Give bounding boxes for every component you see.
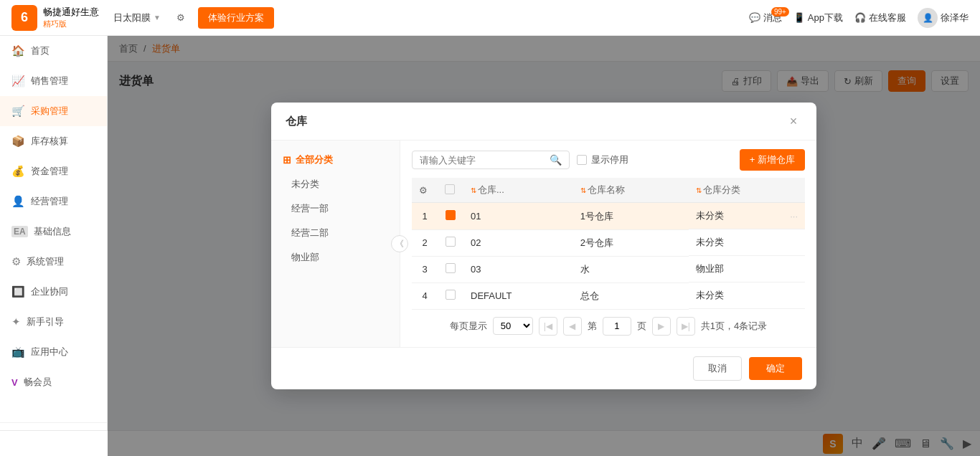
collapse-panel-btn[interactable]: 《 [391,235,408,252]
row-checkbox[interactable] [446,290,456,300]
message-btn[interactable]: 💬 消息 99+ [749,11,782,24]
page-prev-btn[interactable]: ◀ [563,317,582,336]
row-category: 未分类 [689,282,805,309]
sidebar-item-finance[interactable]: 💰 资金管理 [0,156,107,186]
sidebar-item-app-center[interactable]: 📺 应用中心 [0,337,107,367]
category-item-property[interactable]: 物业部 [271,245,400,270]
row-checkbox-cell[interactable] [438,282,463,309]
purchase-icon: 🛒 [11,105,25,118]
category-item-dept2[interactable]: 经营二部 [271,221,400,245]
sidebar-item-home[interactable]: 🏠 首页 [0,36,107,66]
user-name: 徐泽华 [941,11,969,24]
sidebar-item-label: 首页 [31,44,50,57]
modal-footer: 取消 确定 [271,347,816,389]
category-grid-icon: ⊞ [283,154,291,166]
content-area: 首页 / 进货单 进货单 🖨 打印 📤 导出 ↻ 刷新 查询 设置 仓 [108,36,980,456]
header-checkbox[interactable] [445,184,455,194]
sidebar-item-member[interactable]: V 畅会员 [0,367,107,397]
sidebar-item-label: 系统管理 [27,255,64,268]
sidebar: 🏠 首页 📈 销售管理 🛒 采购管理 📦 库存核算 💰 资金管理 👤 经营管理 … [0,36,108,456]
row-more-icon[interactable]: ··· [790,211,798,222]
page-end-label: 页 [637,320,646,333]
per-page-label: 每页显示 [450,320,487,333]
sidebar-item-label: 库存核算 [31,135,68,148]
home-icon: 🏠 [11,44,25,57]
sidebar-item-purchase[interactable]: 🛒 采购管理 [0,96,107,126]
finance-icon: 💰 [11,165,25,178]
confirm-btn[interactable]: 确定 [749,357,802,380]
show-disabled-checkbox[interactable] [577,155,587,165]
row-num: 1 [412,203,438,230]
row-checkbox-cell[interactable] [438,203,463,230]
warehouse-table: ⚙ ⇅仓库... ⇅仓库名称 ⇅仓库分类 1 01 [412,178,805,310]
operations-icon: 👤 [11,195,25,208]
show-disabled-label: 显示停用 [591,153,628,166]
logo-icon: 6 [11,5,37,31]
sidebar-item-enterprise[interactable]: 🔲 企业协同 [0,277,107,307]
row-checkbox-cell[interactable] [438,229,463,256]
row-code: 02 [463,229,573,256]
row-num: 3 [412,256,438,282]
sidebar-item-guide[interactable]: ✦ 新手引导 [0,307,107,337]
modal-close-btn[interactable]: × [785,113,802,130]
table-row[interactable]: 4 DEFAULT 总仓 未分类 [412,282,805,309]
category-all-label: 全部分类 [296,153,333,166]
page-next-btn[interactable]: ▶ [652,317,671,336]
category-all[interactable]: ⊞ 全部分类 [271,148,400,172]
logo-badge: 精巧版 [43,19,99,29]
sidebar-item-system[interactable]: ⚙ 系统管理 [0,247,107,277]
category-item-dept1[interactable]: 经营一部 [271,196,400,221]
guide-icon: ✦ [11,315,21,328]
table-row[interactable]: 2 02 2号仓库 未分类 [412,229,805,256]
warehouse-modal: 仓库 × ⊞ 全部分类 未分类 经营一部 经营二部 物业部 [271,103,816,389]
store-name: 日太阳膜 [113,11,151,24]
sidebar-item-operations[interactable]: 👤 经营管理 [0,186,107,217]
add-warehouse-btn[interactable]: + 新增仓库 [740,149,805,171]
app-download-btn[interactable]: 📱 App下载 [793,11,843,24]
user-menu[interactable]: 👤 徐泽华 [918,8,969,28]
topbar: 6 畅捷通好生意 精巧版 日太阳膜 ▼ ⚙ 体验行业方案 💬 消息 99+ 📱 … [0,0,980,36]
store-arrow-icon: ▼ [154,14,161,22]
enterprise-icon: 🔲 [11,285,25,298]
category-item-unclassified[interactable]: 未分类 [271,172,400,196]
row-checkbox[interactable] [446,263,456,273]
row-category: 未分类 ··· [689,203,805,229]
sidebar-item-basic-info[interactable]: EA 基础信息 [0,217,107,247]
page-last-btn[interactable]: ▶| [677,317,695,336]
search-icon[interactable]: 🔍 [550,154,562,166]
row-checkbox[interactable] [446,237,456,247]
row-code: 03 [463,256,573,282]
page-label: 第 [588,320,597,333]
sidebar-item-label: 经营管理 [31,195,68,208]
page-input[interactable] [603,317,631,336]
sidebar-item-label: 畅会员 [24,376,52,389]
category-panel: ⊞ 全部分类 未分类 经营一部 经营二部 物业部 《 [271,141,400,347]
app-label: App下载 [808,11,843,24]
row-name: 总仓 [573,282,689,309]
per-page-select[interactable]: 50 20 100 [493,317,533,335]
table-row[interactable]: 1 01 1号仓库 未分类 ··· [412,203,805,230]
col-header-category: ⇅仓库分类 [689,178,805,203]
sidebar-item-sales[interactable]: 📈 销售管理 [0,66,107,96]
sidebar-item-inventory[interactable]: 📦 库存核算 [0,126,107,156]
row-checkbox-cell[interactable] [438,256,463,282]
logo-title: 畅捷通好生意 [43,6,99,19]
sidebar-item-label: 应用中心 [31,346,68,358]
service-icon: 🎧 [854,12,866,23]
main-layout: 🏠 首页 📈 销售管理 🛒 采购管理 📦 库存核算 💰 资金管理 👤 经营管理 … [0,36,980,456]
show-disabled-toggle[interactable]: 显示停用 [577,153,628,166]
cancel-btn[interactable]: 取消 [693,356,742,381]
table-row[interactable]: 3 03 水 物业部 [412,256,805,282]
search-input[interactable] [420,155,550,166]
row-name: 1号仓库 [573,203,689,230]
settings-icon[interactable]: ⚙ [169,6,192,29]
row-checkbox[interactable] [446,210,456,220]
service-btn[interactable]: 🎧 在线客服 [854,11,906,24]
store-selector[interactable]: 日太阳膜 ▼ [113,11,161,24]
sidebar-item-label: 销售管理 [31,75,68,87]
col-header-settings: ⚙ [412,178,438,203]
experience-btn[interactable]: 体验行业方案 [198,7,274,29]
page-first-btn[interactable]: |◀ [539,317,557,336]
app-center-icon: 📺 [11,346,25,358]
col-header-name: ⇅仓库名称 [573,178,689,203]
